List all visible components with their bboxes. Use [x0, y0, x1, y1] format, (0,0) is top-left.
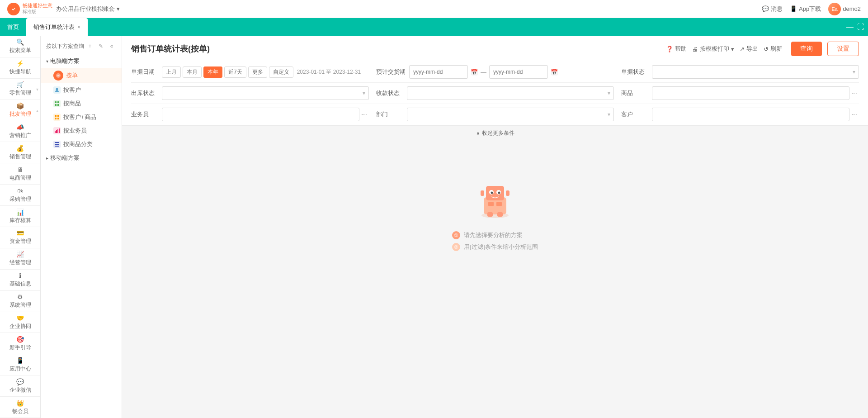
help-btn[interactable]: ❓ 帮助: [666, 45, 687, 53]
scheme-desktop-category[interactable]: ▾ 电脑端方案: [41, 54, 122, 68]
empty-tip-2: ② 用[过滤]条件来缩小分析范围: [452, 243, 538, 251]
print-btn[interactable]: 🖨 按模板打印 ▾: [692, 45, 734, 53]
scheme-panel: 按以下方案查询 + ✎ « ▾ 电脑端方案: [41, 36, 122, 418]
sidebar-item-search[interactable]: 🔍 搜索菜单: [0, 36, 40, 57]
sidebar-item-quick-nav[interactable]: ⚡ 快捷导航: [0, 57, 40, 79]
goods-more-btn[interactable]: ···: [849, 89, 859, 97]
tab-maximize-btn[interactable]: ⛶: [857, 23, 864, 31]
sidebar-item-inventory[interactable]: 📊 库存核算: [0, 206, 40, 227]
page-title-row: 销售订单统计表(按单) ❓ 帮助 🖨 按模板打印 ▾ ↗: [131, 42, 859, 56]
svg-rect-7: [55, 115, 57, 117]
date-this-month-btn[interactable]: 本月: [183, 66, 202, 78]
sidebar-item-sales[interactable]: 💰 销售管理: [0, 142, 40, 163]
date-buttons-group: 上月 本月 本年 近7天 更多 自定义 2023-01-01 至 2023-12…: [162, 66, 369, 78]
logo-text-area: 畅捷通好生意 标准版: [23, 3, 52, 15]
sidebar-item-wholesale[interactable]: 📦 批发管理 ▴: [0, 100, 40, 121]
date-custom-btn[interactable]: 自定义: [269, 66, 293, 78]
collapse-label: 收起更多条件: [482, 129, 514, 137]
sidebar-item-operation[interactable]: 📈 经营管理: [0, 248, 40, 270]
main-content: 销售订单统计表(按单) ❓ 帮助 🖨 按模板打印 ▾ ↗: [122, 36, 868, 418]
sidebar-item-member[interactable]: 👑 畅会员: [0, 397, 40, 418]
breadcrumb-area: 办公用品行业模拟账套 ▾: [56, 5, 120, 13]
search-btn[interactable]: 查询: [791, 42, 822, 56]
sidebar-label-marketing: 营销推广: [9, 132, 31, 139]
dept-select[interactable]: [407, 108, 614, 121]
customer-more-btn[interactable]: ···: [849, 110, 859, 119]
user-area[interactable]: Ea demo2: [828, 3, 861, 15]
delivery-end-cal-icon[interactable]: 📅: [551, 69, 558, 76]
tab-sales-stat[interactable]: 销售订单统计表 ×: [26, 18, 88, 36]
delivery-start-input[interactable]: [409, 65, 468, 79]
breadcrumb-chevron[interactable]: ▾: [117, 5, 120, 12]
bill-status-select[interactable]: [652, 65, 859, 79]
customer-label: 客户: [621, 110, 648, 119]
by-salesman-icon: [53, 127, 61, 134]
reset-btn[interactable]: 设置: [827, 42, 859, 56]
scheme-item-by-customer[interactable]: 按客户: [41, 83, 122, 97]
goods-field: 商品 ···: [621, 86, 859, 100]
scheme-item-by-bill[interactable]: 按单: [41, 68, 122, 83]
scheme-edit-btn[interactable]: ✎: [96, 42, 105, 51]
desktop-cat-arrow: ▾: [46, 59, 48, 64]
sidebar-item-retail[interactable]: 🛒 零售管理 ▾: [0, 79, 40, 100]
sidebar-label-wholesale: 批发管理: [9, 110, 31, 118]
scheme-collapse-btn[interactable]: «: [107, 42, 116, 51]
tab-minimize-btn[interactable]: —: [846, 23, 854, 31]
sidebar-item-purchase[interactable]: 🛍 采购管理: [0, 185, 40, 206]
date-7days-btn[interactable]: 近7天: [224, 66, 246, 78]
dept-select-wrapper: [407, 108, 614, 121]
refresh-btn[interactable]: ↺ 刷新: [764, 45, 782, 53]
sidebar-item-apps[interactable]: 📱 应用中心: [0, 354, 40, 375]
wechat-icon: 💬: [16, 378, 24, 385]
tab-close-icon[interactable]: ×: [77, 24, 80, 30]
date-this-year-btn[interactable]: 本年: [203, 66, 222, 78]
inventory-icon: 📊: [16, 209, 24, 216]
message-btn[interactable]: 💬 消息: [762, 5, 783, 13]
sidebar-item-wechat[interactable]: 💬 企业微信: [0, 375, 40, 397]
empty-illustration: [472, 177, 518, 222]
export-btn[interactable]: ↗ 导出: [740, 45, 758, 53]
payment-status-field: 收款状态: [376, 86, 621, 100]
delivery-start-cal-icon[interactable]: 📅: [471, 69, 478, 76]
user-avatar: Ea: [828, 3, 841, 15]
scheme-by-bill-label: 按单: [66, 71, 78, 80]
salesman-more-btn[interactable]: ···: [359, 110, 369, 119]
date-more-btn[interactable]: 更多: [248, 66, 267, 78]
scheme-item-by-cust-goods[interactable]: 按客户+商品: [41, 110, 122, 124]
sidebar-label-apps: 应用中心: [9, 365, 31, 373]
sidebar-item-finance[interactable]: 💳 资金管理: [0, 227, 40, 248]
goods-input[interactable]: [652, 86, 849, 100]
scheme-by-goods-label: 按商品: [63, 100, 81, 108]
delivery-end-input[interactable]: [489, 65, 548, 79]
phone-icon: 📱: [790, 5, 797, 12]
payment-status-select[interactable]: [407, 86, 614, 100]
sidebar-item-ecom[interactable]: 🖥 电商管理: [0, 163, 40, 185]
sidebar-label-ecom: 电商管理: [9, 174, 31, 182]
sidebar-item-newbie[interactable]: 🎯 新手引导: [0, 333, 40, 354]
empty-tips: ① 请先选择要分析的方案 ② 用[过滤]条件来缩小分析范围: [452, 231, 538, 251]
sidebar-item-system[interactable]: ⚙ 系统管理: [0, 291, 40, 312]
scheme-mobile-category[interactable]: ▸ 移动端方案: [41, 151, 122, 165]
quick-nav-icon: ⚡: [16, 60, 24, 67]
customer-input[interactable]: [652, 108, 849, 121]
page-header: 销售订单统计表(按单) ❓ 帮助 🖨 按模板打印 ▾ ↗: [122, 36, 868, 125]
logo-area[interactable]: 畅捷通好生意 标准版: [7, 3, 52, 15]
app-download-btn[interactable]: 📱 App下载: [790, 5, 821, 13]
scheme-add-btn[interactable]: +: [85, 42, 94, 51]
scheme-item-by-category[interactable]: 按商品分类: [41, 138, 122, 151]
sidebar-label-finance: 资金管理: [9, 238, 31, 245]
sidebar-item-marketing[interactable]: 📣 营销推广: [0, 121, 40, 142]
tab-home-label: 首页: [7, 23, 19, 31]
breadcrumb-label: 办公用品行业模拟账套: [56, 5, 115, 13]
sidebar-label-quick-nav: 快捷导航: [9, 68, 31, 76]
sidebar-item-enterprise[interactable]: 🤝 企业协同: [0, 312, 40, 333]
collapse-bar[interactable]: ∧ 收起更多条件: [122, 125, 868, 141]
salesman-input[interactable]: [162, 108, 359, 121]
svg-rect-11: [55, 131, 56, 133]
sidebar-item-basic[interactable]: ℹ 基础信息: [0, 270, 40, 291]
scheme-item-by-goods[interactable]: 按商品: [41, 97, 122, 110]
scheme-item-by-salesman[interactable]: 按业务员: [41, 124, 122, 138]
date-last-month-btn[interactable]: 上月: [162, 66, 181, 78]
ship-status-select[interactable]: [162, 86, 369, 100]
tab-home[interactable]: 首页: [0, 18, 26, 36]
